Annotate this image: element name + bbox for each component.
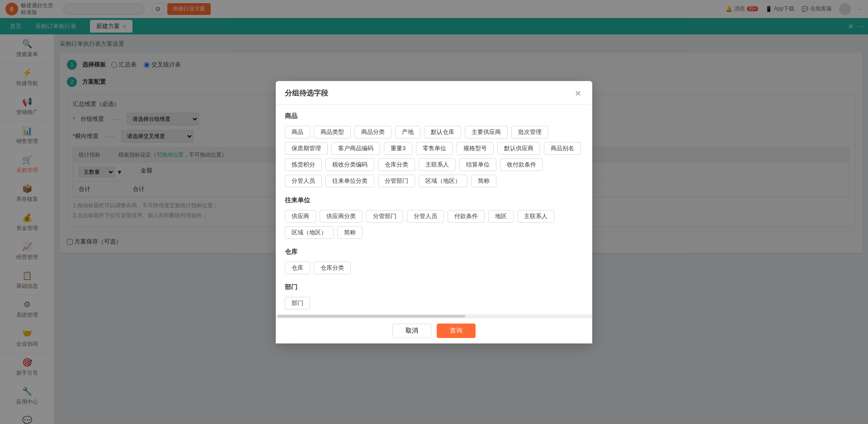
modal-footer: 取消 查询 <box>276 318 592 343</box>
field-tag-payment-cond[interactable]: 付款条件 <box>448 210 485 223</box>
section-department-title: 部门 <box>285 283 583 291</box>
field-tag-default-supplier[interactable]: 默认供应商 <box>497 142 540 155</box>
modal-cancel-button[interactable]: 取消 <box>392 324 431 338</box>
field-tag-partner-category[interactable]: 往来单位分类 <box>326 175 374 187</box>
field-tag-abbr-partner[interactable]: 简称 <box>337 226 363 239</box>
section-goods-tags: 商品 商品类型 商品分类 产地 默认仓库 主要供应商 批次管理 保质期管理 客户… <box>285 126 583 187</box>
field-tag-retail-unit[interactable]: 零售单位 <box>416 142 453 155</box>
section-partner: 往来单位 供应商 供应商分类 分管部门 分管人员 付款条件 地区 主联系人 区域… <box>285 196 583 239</box>
field-tag-goods-alias[interactable]: 商品别名 <box>544 142 581 155</box>
section-warehouse-tags: 仓库 仓库分类 <box>285 262 583 274</box>
section-department-tags: 部门 <box>285 297 583 310</box>
modal-horizontal-scrollbar[interactable] <box>276 314 592 318</box>
modal-close-button[interactable]: ✕ <box>572 88 583 99</box>
field-tag-abbr-goods[interactable]: 简称 <box>471 175 496 187</box>
field-tag-supplier-category[interactable]: 供应商分类 <box>320 210 363 223</box>
field-tag-batch-mgmt[interactable]: 批次管理 <box>511 126 548 138</box>
field-tag-pick-points[interactable]: 拣货积分 <box>285 158 322 171</box>
field-tag-warehouse-category[interactable]: 仓库分类 <box>378 158 415 171</box>
modal-title: 分组待选字段 <box>285 89 328 98</box>
field-tag-main-supplier[interactable]: 主要供应商 <box>465 126 508 138</box>
modal-confirm-button[interactable]: 查询 <box>437 324 476 338</box>
section-partner-title: 往来单位 <box>285 196 583 205</box>
section-warehouse-title: 仓库 <box>285 248 583 256</box>
field-tag-dept[interactable]: 分管部门 <box>378 175 415 187</box>
field-tag-default-warehouse[interactable]: 默认仓库 <box>424 126 461 138</box>
section-department: 部门 部门 <box>285 283 583 310</box>
field-tag-warehouse-cat[interactable]: 仓库分类 <box>314 262 351 274</box>
field-tag-dept-partner[interactable]: 分管部门 <box>366 210 403 223</box>
field-tag-payment-terms[interactable]: 收付款条件 <box>500 158 543 171</box>
field-tag-goods-type[interactable]: 商品类型 <box>314 126 351 138</box>
field-tag-region-goods[interactable]: 区域（地区） <box>419 175 467 187</box>
field-tag-goods[interactable]: 商品 <box>285 126 310 138</box>
modal-body: 商品 商品 商品类型 商品分类 产地 默认仓库 主要供应商 批次管理 保质期管理… <box>276 105 592 314</box>
field-tag-main-contact-partner[interactable]: 主联系人 <box>517 210 554 223</box>
field-tag-spec-model[interactable]: 规格型号 <box>457 142 494 155</box>
field-tag-department[interactable]: 部门 <box>285 297 310 310</box>
section-warehouse: 仓库 仓库 仓库分类 <box>285 248 583 274</box>
field-tag-warehouse[interactable]: 仓库 <box>285 262 310 274</box>
field-tag-supplier[interactable]: 供应商 <box>285 210 316 223</box>
section-partner-tags: 供应商 供应商分类 分管部门 分管人员 付款条件 地区 主联系人 区域（地区） … <box>285 210 583 239</box>
field-tag-area-partner[interactable]: 区域（地区） <box>285 226 334 239</box>
modal-header: 分组待选字段 ✕ <box>276 81 592 105</box>
field-tag-origin[interactable]: 产地 <box>395 126 420 138</box>
field-select-modal: 分组待选字段 ✕ 商品 商品 商品类型 商品分类 产地 默认仓库 主要供应商 批… <box>276 81 592 343</box>
field-tag-expiry-mgmt[interactable]: 保质期管理 <box>285 142 328 155</box>
modal-overlay: 分组待选字段 ✕ 商品 商品 商品类型 商品分类 产地 默认仓库 主要供应商 批… <box>0 0 868 424</box>
field-tag-settlement-unit[interactable]: 结算单位 <box>459 158 496 171</box>
field-tag-region-partner[interactable]: 地区 <box>488 210 514 223</box>
field-tag-supervisor[interactable]: 分管人员 <box>285 175 322 187</box>
field-tag-supervisor-partner[interactable]: 分管人员 <box>407 210 444 223</box>
field-tag-main-contact[interactable]: 主联系人 <box>419 158 456 171</box>
field-tag-customer-code[interactable]: 客户商品编码 <box>331 142 380 155</box>
field-tag-goods-category[interactable]: 商品分类 <box>354 126 392 138</box>
field-tag-weight3[interactable]: 重量3 <box>384 142 412 155</box>
field-tag-tax-code[interactable]: 税收分类编码 <box>326 158 374 171</box>
section-goods-title: 商品 <box>285 112 583 120</box>
section-goods: 商品 商品 商品类型 商品分类 产地 默认仓库 主要供应商 批次管理 保质期管理… <box>285 112 583 187</box>
